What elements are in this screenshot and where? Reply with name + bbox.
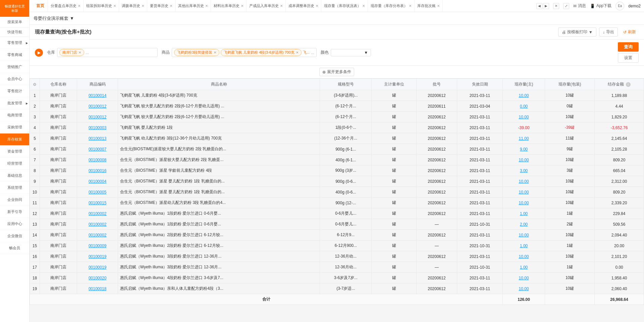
sidebar-item-retail-mgmt[interactable]: 零售管理 bbox=[0, 37, 29, 49]
topbar-tab-close-6[interactable]: ✕ bbox=[280, 4, 283, 8]
topbar-tab-4[interactable]: 其他出库单历史✕ bbox=[175, 0, 211, 12]
topbar-tab-0[interactable]: 分量盘点单历史✕ bbox=[48, 0, 84, 12]
cell-qty-main[interactable]: -39.00 bbox=[503, 122, 545, 133]
cell-qty-main[interactable]: 3.00 bbox=[503, 165, 545, 176]
account-dropdown[interactable]: 母婴行业演示账套 ▼ bbox=[34, 15, 74, 21]
btn-refresh[interactable]: ↺ 刷新 bbox=[621, 28, 639, 36]
filter-goods-ellipsis[interactable]: ... bbox=[311, 50, 314, 55]
cell-qty-main[interactable]: 10.00 bbox=[503, 176, 545, 187]
cell-qty-main[interactable]: 1.00 bbox=[503, 240, 545, 251]
topbar-tab-close-10[interactable]: ✕ bbox=[437, 4, 440, 8]
topbar-arrow-left[interactable]: ◀ bbox=[536, 3, 542, 9]
sidebar-item-enterprise-wechat[interactable]: 企业微信 bbox=[0, 230, 29, 242]
sidebar-item-guide[interactable]: 新手引导 bbox=[0, 206, 29, 218]
filter-warehouse-input[interactable]: 南岸门店 ✕ ... bbox=[57, 48, 158, 57]
topbar-tab-7[interactable]: 成本调整单历史✕ bbox=[286, 0, 321, 12]
cell-code[interactable]: 00100002 bbox=[77, 230, 118, 240]
cell-code[interactable]: 00100015 bbox=[77, 198, 118, 208]
filter-goods-tag-2-close[interactable]: ✕ bbox=[296, 51, 299, 54]
sidebar-item-wholesale[interactable]: 批发管理 bbox=[0, 97, 29, 109]
topbar-home[interactable]: 首页 bbox=[33, 0, 48, 12]
topbar-app-download[interactable]: 📱 App下载 bbox=[590, 3, 611, 9]
sidebar-item-inventory[interactable]: 库存核算 bbox=[0, 133, 29, 146]
topbar-tab-close-2[interactable]: ✕ bbox=[142, 4, 144, 8]
cell-code[interactable]: 00100009 bbox=[77, 240, 118, 251]
cell-qty-main[interactable]: 2.00 bbox=[503, 219, 545, 230]
cell-qty-main[interactable]: 10.00 bbox=[503, 155, 545, 165]
topbar-close-tab[interactable]: ✕ bbox=[553, 3, 559, 9]
cell-code[interactable]: 00100018 bbox=[77, 283, 118, 294]
topbar-tab-2[interactable]: 调拨单历史✕ bbox=[119, 0, 147, 12]
cell-qty-main[interactable]: 10.00 bbox=[503, 90, 545, 101]
cell-qty-main[interactable]: 10.00 bbox=[503, 112, 545, 122]
sidebar-item-retail-stats[interactable]: 零售统计 bbox=[0, 85, 29, 97]
sidebar-item-member[interactable]: 畅会员 bbox=[0, 242, 29, 254]
topbar-tab-close-8[interactable]: ✕ bbox=[362, 4, 365, 8]
sidebar-item-enterprise[interactable]: 企业协同 bbox=[0, 194, 29, 206]
cell-qty-main[interactable]: 10.00 bbox=[503, 198, 545, 208]
cell-code[interactable]: 00100013 bbox=[77, 133, 118, 144]
sidebar-item-basic-info[interactable]: 基础信息 bbox=[0, 170, 29, 182]
sidebar-item-member-center[interactable]: 会员中心 bbox=[0, 73, 29, 85]
settings-icon[interactable]: ⚙ bbox=[33, 82, 37, 87]
topbar-tab-close-1[interactable]: ✕ bbox=[113, 4, 116, 8]
cell-code[interactable]: 00100005 bbox=[77, 187, 118, 198]
sidebar-item-marketing[interactable]: 营销推广 bbox=[0, 61, 29, 73]
topbar-expand[interactable]: ⤢ bbox=[563, 3, 569, 9]
topbar-tab-8[interactable]: 现存量（库存状况表）✕ bbox=[321, 0, 368, 12]
cell-code[interactable]: 00100003 bbox=[77, 122, 118, 133]
cell-code[interactable]: 00100019 bbox=[77, 251, 118, 262]
cell-code[interactable]: 00100002 bbox=[77, 208, 118, 219]
sidebar-shortcut[interactable]: 快捷导航 bbox=[0, 28, 29, 37]
cell-qty-main[interactable]: 10.00 bbox=[503, 187, 545, 198]
cell-code[interactable]: 00100004 bbox=[77, 176, 118, 187]
btn-expand-conditions[interactable]: ⊕ 展开更多条件 bbox=[319, 68, 354, 76]
cell-qty-main[interactable]: 10.00 bbox=[503, 283, 545, 294]
topbar-tab-close-9[interactable]: ✕ bbox=[409, 4, 412, 8]
filter-color-dropdown[interactable]: ▼ bbox=[331, 49, 371, 56]
cell-code[interactable]: 00100016 bbox=[77, 165, 118, 176]
cell-code[interactable]: 00100007 bbox=[77, 144, 118, 155]
topbar-tab-9[interactable]: 现存量（库存分布表）✕ bbox=[368, 0, 415, 12]
cell-code[interactable]: 00100012 bbox=[77, 112, 118, 122]
cell-qty-main[interactable]: 10.00 bbox=[503, 251, 545, 262]
filter-expand-arrow[interactable]: ▶ bbox=[35, 49, 43, 57]
topbar-tab-close-7[interactable]: ✕ bbox=[316, 4, 318, 8]
topbar-tab-close-0[interactable]: ✕ bbox=[78, 4, 80, 8]
sidebar-item-system[interactable]: 系统管理 bbox=[0, 182, 29, 194]
cell-code[interactable]: 00100008 bbox=[77, 155, 118, 165]
filter-goods-input[interactable]: 飞鹤奶粉3段简捷搭装 ✕ 飞鹤星飞帆 儿童奶粉 4段(3-6岁适用) 700克 … bbox=[172, 48, 317, 57]
topbar-message[interactable]: ✉ 消息 bbox=[573, 3, 586, 9]
cell-qty-main[interactable]: 10.00 bbox=[503, 230, 545, 240]
btn-setting[interactable]: 设置 bbox=[618, 53, 639, 63]
cell-qty-main[interactable]: 10.00 bbox=[503, 273, 545, 283]
cell-qty-main[interactable]: 0.00 bbox=[503, 101, 545, 112]
btn-query[interactable]: 查询 bbox=[618, 42, 639, 52]
user-avatar[interactable]: Ea bbox=[615, 2, 624, 10]
topbar-tab-6[interactable]: 产成品入库单历史✕ bbox=[247, 0, 286, 12]
topbar-tab-close-5[interactable]: ✕ bbox=[241, 4, 244, 8]
sidebar-item-app-center[interactable]: 应用中心 bbox=[0, 218, 29, 230]
cell-code[interactable]: 00100014 bbox=[77, 90, 118, 101]
filter-goods-tag-1-close[interactable]: ✕ bbox=[214, 51, 216, 54]
topbar-tab-3[interactable]: 要货单历史✕ bbox=[147, 0, 175, 12]
cell-qty-main[interactable]: 11.00 bbox=[503, 133, 545, 144]
amount-info-icon[interactable]: i bbox=[626, 82, 631, 87]
user-name[interactable]: demo2 bbox=[628, 4, 641, 8]
cell-qty-main[interactable]: 9.00 bbox=[503, 144, 545, 155]
cell-code[interactable]: 00100019 bbox=[77, 262, 118, 273]
topbar-tab-1[interactable]: 组装拆卸单历史✕ bbox=[84, 0, 119, 12]
topbar-arrow-right[interactable]: ▶ bbox=[543, 3, 549, 9]
btn-template-print[interactable]: 🖨 按模板打印 ▼ bbox=[558, 28, 596, 37]
topbar-tab-5[interactable]: 材料出库单历史✕ bbox=[211, 0, 247, 12]
filter-warehouse-more[interactable]: ... bbox=[86, 50, 89, 55]
col-settings-icon[interactable]: ⚙ bbox=[30, 79, 40, 90]
cell-code[interactable]: 00100020 bbox=[77, 273, 118, 283]
sidebar-item-ecommerce[interactable]: 电商管理 bbox=[0, 109, 29, 121]
sidebar-item-retail-shop[interactable]: 零售商城 bbox=[0, 49, 29, 61]
sidebar-item-purchase[interactable]: 采购管理 bbox=[0, 121, 29, 133]
cell-qty-main[interactable]: 1.00 bbox=[503, 208, 545, 219]
sidebar-item-finance[interactable]: 资金管理 bbox=[0, 146, 29, 158]
btn-export[interactable]: ↓ 导出 bbox=[599, 28, 618, 37]
filter-warehouse-tag-close[interactable]: ✕ bbox=[78, 51, 81, 54]
